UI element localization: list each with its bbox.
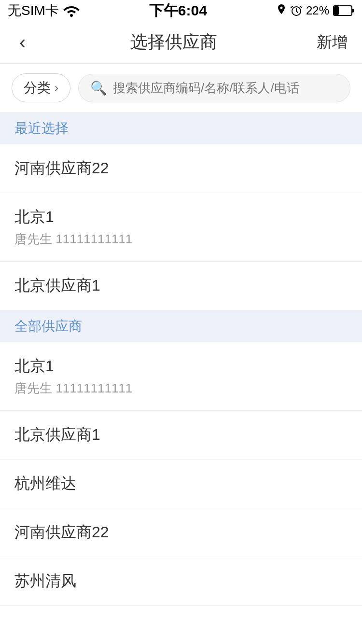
item-name: 河南供应商22 — [14, 158, 348, 179]
svg-rect-2 — [334, 6, 339, 15]
svg-rect-3 — [352, 9, 354, 13]
item-name: 北京供应商1 — [14, 275, 348, 296]
list-item[interactable]: 北京1唐先生 11111111111 — [0, 342, 362, 411]
item-name: 北京1 — [14, 356, 348, 377]
item-sub: 唐先生 11111111111 — [14, 380, 348, 397]
location-icon — [276, 4, 287, 17]
item-name: 北京供应商1 — [14, 424, 348, 446]
status-right: 22% — [276, 4, 354, 17]
category-button[interactable]: 分类 › — [12, 73, 70, 102]
list-item[interactable]: 河南供应商22 — [0, 508, 362, 557]
recent-list: 河南供应商22北京1唐先生 11111111111北京供应商1 — [0, 144, 362, 310]
list-item[interactable]: 北京供应商1 — [0, 411, 362, 460]
nav-bar: ‹ 选择供应商 新增 — [0, 21, 362, 64]
alarm-icon — [291, 4, 302, 17]
item-name: 北京1 — [14, 207, 348, 228]
battery-percent: 22% — [306, 4, 329, 17]
all-section-header: 全部供应商 — [0, 310, 362, 342]
item-sub: 唐先生 11111111111 — [14, 231, 348, 248]
add-button[interactable]: 新增 — [317, 32, 348, 53]
status-time: 下午6:04 — [149, 1, 207, 21]
wifi-icon — [63, 4, 80, 17]
list-item[interactable]: 河南供应商22 — [0, 144, 362, 193]
back-button[interactable]: ‹ — [14, 27, 30, 58]
item-name: 河南供应商22 — [14, 522, 348, 543]
category-label: 分类 — [24, 79, 51, 97]
filter-bar: 分类 › 🔍 — [0, 64, 362, 112]
page-title: 选择供应商 — [130, 30, 217, 54]
recent-section-header: 最近选择 — [0, 112, 362, 144]
search-box[interactable]: 🔍 — [78, 74, 350, 102]
list-item[interactable]: 杭州维达 — [0, 460, 362, 508]
item-name: 苏州清风 — [14, 571, 348, 592]
list-item[interactable]: 北京1唐先生 11111111111 — [0, 193, 362, 262]
item-name: 杭州维达 — [14, 473, 348, 494]
list-item[interactable]: 苏州清风 — [0, 557, 362, 606]
search-input[interactable] — [113, 81, 338, 96]
list-item[interactable]: 北京供应商1 — [0, 262, 362, 310]
search-icon: 🔍 — [90, 80, 107, 96]
all-list: 北京1唐先生 11111111111北京供应商1杭州维达河南供应商22苏州清风 — [0, 342, 362, 606]
battery-icon — [333, 5, 354, 16]
chevron-right-icon: › — [55, 81, 58, 95]
status-bar: 无SIM卡 下午6:04 22% — [0, 0, 362, 21]
status-left: 无SIM卡 — [8, 1, 80, 20]
no-sim-label: 无SIM卡 — [8, 1, 59, 20]
